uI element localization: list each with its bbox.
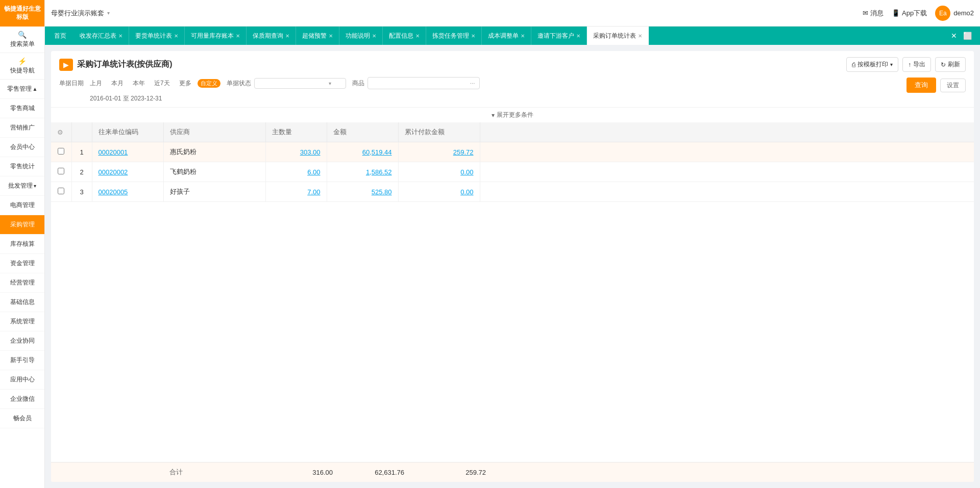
sidebar-item-ecommerce[interactable]: 电商管理 [0,196,44,215]
goods-input[interactable]: ··· [368,77,480,89]
tab-controls: ✕ ⬜ [945,32,978,40]
sidebar-item-ops[interactable]: 经营管理 [0,273,44,293]
tab-order-stats-close[interactable]: ✕ [174,33,178,39]
filter-area: 单据日期 上月 本月 本年 近7天 更多 自定义 单据状态 [51,72,974,107]
message-button[interactable]: ✉ 消息 [863,9,884,18]
tab-close-all-icon[interactable]: ✕ [949,32,959,40]
page-title: 采购订单统计表(按供应商) [77,59,173,70]
tab-config-close[interactable]: ✕ [415,33,420,39]
page-area: ▶ 采购订单统计表(按供应商) ⎙ 按模板打印 ▾ ↑ 导出 ↻ [45,45,980,488]
col-header-no [71,122,92,142]
table-settings-icon[interactable]: ⚙ [57,129,63,136]
date-btn-last-month[interactable]: 上月 [87,78,105,89]
goods-input-more-icon[interactable]: ··· [470,80,475,87]
expand-panel-btn[interactable]: ▶ [59,59,73,71]
tab-manual[interactable]: 功能说明 ✕ [339,27,383,45]
tab-expiry[interactable]: 保质期查询 ✕ [247,27,296,45]
user-menu[interactable]: Ea demo2 [935,6,974,21]
tab-expiry-close[interactable]: ✕ [285,33,289,39]
sidebar-item-basic[interactable]: 基础信息 [0,293,44,312]
settings-button[interactable]: 设置 [940,79,966,92]
sidebar-item-wholesale[interactable]: 批发管理 ▾ [0,176,44,196]
footer-label: 合计 [169,468,183,476]
date-btn-this-year[interactable]: 本年 [130,78,148,89]
row-code-1: 00020002 [92,162,163,182]
date-from: 2016-01-01 [90,95,121,102]
sidebar-search[interactable]: 🔍 搜索菜单 [0,27,44,53]
tab-invite-close[interactable]: ✕ [576,33,580,39]
tab-order-stats[interactable]: 要货单统计表 ✕ [129,27,185,45]
tab-stock-ledger[interactable]: 可用量库存账本 ✕ [185,27,247,45]
row-expand-2 [480,182,974,202]
tab-overstock-close[interactable]: ✕ [329,33,333,39]
date-custom-badge[interactable]: 自定义 [198,79,220,88]
expand-more-icon: ▾ [492,112,495,119]
sidebar-item-system[interactable]: 系统管理 [0,312,44,331]
date-filter-group: 单据日期 上月 本月 本年 近7天 更多 自定义 [59,78,220,89]
date-btn-this-month[interactable]: 本月 [108,78,127,89]
tab-maximize-icon[interactable]: ⬜ [961,32,974,40]
sidebar-item-stock[interactable]: 库存核算 [0,235,44,254]
row-no-0: 1 [71,142,92,162]
row-supplier-1: 飞鹤奶粉 [163,162,265,182]
tab-cost-close[interactable]: ✕ [521,33,525,39]
query-button[interactable]: 查询 [906,78,936,93]
row-paid-0: 259.72 [398,142,480,162]
tab-collect-close[interactable]: ✕ [118,33,122,39]
tab-cost[interactable]: 成本调整单 ✕ [482,27,531,45]
refresh-label: 刷新 [948,60,960,69]
tab-pick-close[interactable]: ✕ [471,33,475,39]
expand-more-row[interactable]: ▾ 展开更多条件 [51,107,974,122]
tab-home[interactable]: 首页 [47,32,74,40]
refresh-button[interactable]: ↻ 刷新 [935,57,966,72]
sidebar-item-corpwechat[interactable]: 企业微信 [0,390,44,409]
chevron-down-icon-2: ▾ [34,183,36,189]
sidebar-item-member[interactable]: 会员中心 [0,138,44,157]
col-header-paid: 累计付款金额 [398,122,480,142]
col-header-code: 往来单位编码 [92,122,163,142]
row-checkbox-1[interactable] [51,162,71,182]
workspace-selector[interactable]: 母婴行业演示账套 ▾ [51,9,110,18]
sidebar-item-member2[interactable]: 畅会员 [0,409,44,428]
tab-manual-close[interactable]: ✕ [372,33,376,39]
print-label: 按模板打印 [857,60,888,69]
sidebar-item-enterprise[interactable]: 企业协同 [0,331,44,351]
tab-overstock[interactable]: 超储预警 ✕ [296,27,339,45]
row-no-2: 3 [71,182,92,202]
sidebar-item-newbie[interactable]: 新手引导 [0,351,44,370]
date-filter-label: 单据日期 [59,79,84,88]
row-checkbox-2[interactable] [51,182,71,202]
sidebar-item-retail-manage[interactable]: 零售管理 ▲ [0,80,44,99]
tab-purchase-stats[interactable]: 采购订单统计表 ✕ [587,27,649,45]
sidebar-item-marketing[interactable]: 营销推广 [0,118,44,138]
col-header-settings[interactable]: ⚙ [51,122,71,142]
date-btn-more[interactable]: 更多 [176,78,194,89]
table-row: 2 00020002 飞鹤奶粉 6.00 1,586.52 0.00 [51,162,974,182]
tab-purchase-stats-close[interactable]: ✕ [638,33,642,39]
export-button[interactable]: ↑ 导出 [902,57,931,72]
date-btn-7days[interactable]: 近7天 [151,78,173,89]
app-download-button[interactable]: 📱 App下载 [892,9,927,18]
row-expand-0 [480,142,974,162]
row-checkbox-0[interactable] [51,142,71,162]
tab-pick[interactable]: 拣货任务管理 ✕ [426,27,482,45]
status-filter-group: 单据状态 ▾ [227,78,346,89]
sidebar-quicknav[interactable]: ⚡ 快捷导航 [0,53,44,80]
table-row: 1 00020001 惠氏奶粉 303.00 60,519.44 259.72 [51,142,974,162]
refresh-icon: ↻ [941,61,946,68]
tab-collect[interactable]: 收发存汇总表 ✕ [74,27,129,45]
print-template-button[interactable]: ⎙ 按模板打印 ▾ [846,57,898,72]
topbar-actions: ✉ 消息 📱 App下载 Ea demo2 [863,6,974,21]
sidebar-item-appcenter[interactable]: 应用中心 [0,370,44,390]
sidebar-item-retail-stats[interactable]: 零售统计 [0,157,44,176]
tab-invite[interactable]: 邀请下游客户 ✕ [531,27,587,45]
tab-config[interactable]: 配置信息 ✕ [383,27,426,45]
sidebar-item-finance[interactable]: 资金管理 [0,254,44,273]
sidebar-item-retail-mall[interactable]: 零售商城 [0,99,44,118]
row-qty-2: 7.00 [265,182,327,202]
page-card: ▶ 采购订单统计表(按供应商) ⎙ 按模板打印 ▾ ↑ 导出 ↻ [51,51,974,482]
tab-stock-ledger-close[interactable]: ✕ [236,33,240,39]
page-title-row: ▶ 采购订单统计表(按供应商) ⎙ 按模板打印 ▾ ↑ 导出 ↻ [51,51,974,72]
sidebar-item-purchase[interactable]: 采购管理 [0,215,44,235]
status-select[interactable]: ▾ [254,78,346,89]
